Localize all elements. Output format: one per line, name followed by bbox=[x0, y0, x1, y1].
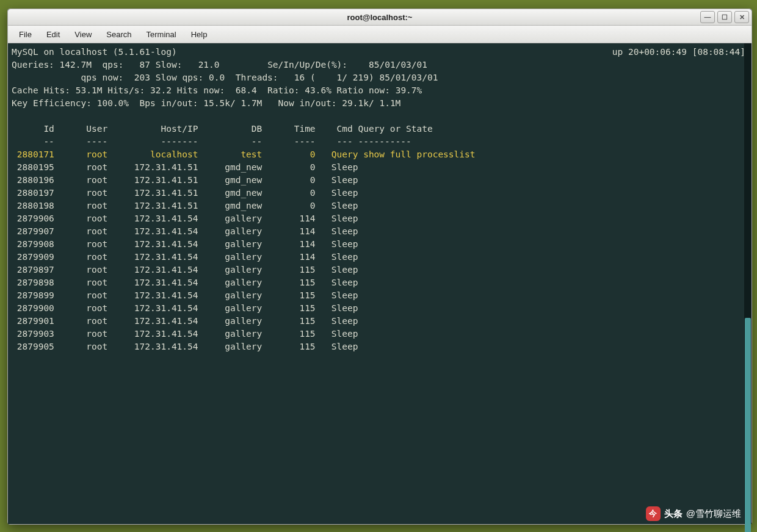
process-row[interactable]: 2879903 root 172.31.41.54 gallery 115 Sl… bbox=[12, 329, 358, 339]
menu-edit[interactable]: Edit bbox=[40, 28, 66, 41]
close-button[interactable]: ✕ bbox=[734, 11, 749, 23]
stat-hitsnow-label: Hits now: bbox=[177, 85, 225, 95]
stat-keyeff-label: Key Efficiency: bbox=[12, 98, 92, 108]
process-row[interactable]: 2880171 root localhost test 0 Query show… bbox=[12, 149, 476, 159]
stat-qps: 87 bbox=[140, 60, 150, 70]
col-headers: Id User Host/IP DB Time Cmd Query or Sta… bbox=[12, 124, 433, 134]
stat-seiupdel-label: Se/In/Up/De(%): bbox=[267, 60, 347, 70]
process-row[interactable]: 2880198 root 172.31.41.51 gmd_new 0 Slee… bbox=[12, 201, 358, 210]
watermark-badge-icon: 今 bbox=[646, 506, 661, 521]
terminal-content[interactable]: MySQL on localhost (5.1.61-log)up 20+00:… bbox=[8, 43, 752, 524]
stat-qps-label: qps: bbox=[102, 60, 123, 70]
minimize-button[interactable]: — bbox=[700, 11, 715, 23]
process-row[interactable]: 2879899 root 172.31.41.54 gallery 115 Sl… bbox=[12, 290, 358, 300]
terminal-window: root@localhost:~ — ☐ ✕ File Edit View Se… bbox=[7, 9, 752, 525]
stat-slowqps-label: Slow qps: bbox=[156, 73, 204, 82]
stat-threads: 16 ( 1/ 219) bbox=[294, 73, 374, 82]
stat-hitss-label: Hits/s: bbox=[107, 85, 145, 95]
col-divider: -- ---- ------- -- ---- --- ---------- bbox=[12, 137, 411, 146]
stat-ratio-label: Ratio: bbox=[267, 85, 299, 95]
menu-file[interactable]: File bbox=[13, 28, 38, 41]
maximize-button[interactable]: ☐ bbox=[717, 11, 732, 23]
process-rows: 2880171 root localhost test 0 Query show… bbox=[12, 149, 476, 351]
watermark-author: @雪竹聊运维 bbox=[686, 508, 741, 520]
window-buttons: — ☐ ✕ bbox=[700, 11, 749, 23]
uptime: up 20+00:06:49 [08:08:44] bbox=[612, 46, 745, 59]
process-row[interactable]: 2880195 root 172.31.41.51 gmd_new 0 Slee… bbox=[12, 162, 358, 172]
stat-threads-label: Threads: bbox=[236, 73, 278, 82]
menu-help[interactable]: Help bbox=[185, 28, 214, 41]
window-title: root@localhost:~ bbox=[8, 13, 752, 22]
stat-seiupdel: 85/01/03/01 bbox=[369, 60, 427, 70]
stat-bpsio-label: Bps in/out: bbox=[140, 98, 198, 108]
stat-rationow-label: Ratio now: bbox=[337, 85, 390, 95]
mysql-header: MySQL on localhost (5.1.61-log) bbox=[12, 47, 177, 57]
watermark: 今 头条 @雪竹聊运维 bbox=[646, 506, 741, 521]
stat-qpsnow: 203 bbox=[134, 73, 150, 82]
menu-terminal[interactable]: Terminal bbox=[140, 28, 183, 41]
process-row[interactable]: 2879909 root 172.31.41.54 gallery 114 Sl… bbox=[12, 252, 358, 262]
process-row[interactable]: 2880197 root 172.31.41.51 gmd_new 0 Slee… bbox=[12, 188, 358, 198]
stat-qpsnow-label: qps now: bbox=[81, 73, 124, 82]
process-row[interactable]: 2879907 root 172.31.41.54 gallery 114 Sl… bbox=[12, 226, 358, 236]
window-titlebar[interactable]: root@localhost:~ — ☐ ✕ bbox=[8, 9, 752, 26]
stat-ratio: 43.6% bbox=[305, 85, 331, 95]
menu-view[interactable]: View bbox=[68, 28, 98, 41]
scrollbar-thumb[interactable] bbox=[745, 318, 751, 532]
menu-search[interactable]: Search bbox=[100, 28, 137, 41]
stat-slow: 21.0 bbox=[198, 60, 220, 70]
process-row[interactable]: 2879901 root 172.31.41.54 gallery 115 Sl… bbox=[12, 316, 358, 326]
process-row[interactable]: 2879898 root 172.31.41.54 gallery 115 Sl… bbox=[12, 278, 358, 287]
stat-cachehits: 53.1M bbox=[76, 85, 103, 95]
stat-bpsio: 15.5k/ 1.7M bbox=[203, 98, 262, 108]
terminal-scrollbar[interactable] bbox=[744, 43, 752, 524]
process-row[interactable]: 2879905 root 172.31.41.54 gallery 115 Sl… bbox=[12, 342, 358, 351]
process-row[interactable]: 2879900 root 172.31.41.54 gallery 115 Sl… bbox=[12, 303, 358, 313]
process-row[interactable]: 2880196 root 172.31.41.51 gmd_new 0 Slee… bbox=[12, 175, 358, 185]
process-row[interactable]: 2879906 root 172.31.41.54 gallery 114 Sl… bbox=[12, 214, 358, 223]
process-row[interactable]: 2879908 root 172.31.41.54 gallery 114 Sl… bbox=[12, 239, 358, 249]
menubar: File Edit View Search Terminal Help bbox=[8, 26, 752, 43]
stat-queries-label: Queries: bbox=[12, 60, 54, 70]
stat-hitsnow: 68.4 bbox=[236, 85, 257, 95]
watermark-brand: 头条 bbox=[664, 508, 683, 520]
stat-cachehits-label: Cache Hits: bbox=[12, 85, 70, 95]
stat-slow-label: Slow: bbox=[156, 60, 183, 70]
stat-keyeff: 100.0% bbox=[97, 98, 129, 108]
stat-nowio-label: Now in/out: bbox=[278, 98, 337, 108]
stat-hitss: 32.2 bbox=[150, 85, 172, 95]
stat-queries: 142.7M bbox=[60, 60, 92, 70]
stat-rationow: 39.7% bbox=[396, 85, 422, 95]
stat-slowqps: 0.0 bbox=[209, 73, 225, 82]
stat-nowio: 29.1k/ 1.1M bbox=[342, 98, 400, 108]
process-row[interactable]: 2879897 root 172.31.41.54 gallery 115 Sl… bbox=[12, 265, 358, 275]
stat-threads-pct: 85/01/03/01 bbox=[379, 73, 438, 82]
